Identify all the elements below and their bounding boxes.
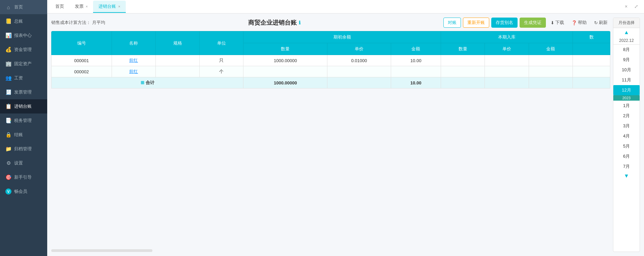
home-icon: ⌂: [5, 4, 11, 10]
month-item-11[interactable]: 11月: [613, 75, 640, 85]
th-in-extra: [573, 43, 610, 55]
sidebar-item-member[interactable]: V 畅会员: [0, 184, 47, 199]
sidebar-item-label: 发票管理: [14, 89, 32, 95]
table-header-row1: 编号 名称 规格 单位 期初余额 本期入库 数: [52, 31, 610, 43]
name-link[interactable]: 前红: [129, 69, 138, 74]
reports-icon: 📊: [5, 32, 11, 39]
tab-purchase-sale-close[interactable]: ×: [118, 4, 120, 8]
tab-invoice-close[interactable]: ×: [86, 4, 88, 8]
month-item-4[interactable]: 4月: [613, 131, 640, 141]
ledger-icon: 📒: [5, 18, 11, 24]
cost-method: 销售成本计算方法： 月平均: [51, 20, 105, 26]
download-icon: ⬇: [551, 20, 554, 25]
table-wrap: 编号 名称 规格 单位 期初余额 本期入库 数 数量 单价 金额 数: [51, 31, 610, 248]
month-item-12[interactable]: 12月: [613, 85, 640, 95]
total-in-qty: [441, 77, 485, 88]
save-alias-button[interactable]: 存货别名: [491, 18, 518, 28]
download-label: 下载: [555, 20, 564, 26]
tab-invoice[interactable]: 发票 ×: [69, 1, 93, 13]
table-row: 000002 前红 个: [52, 66, 610, 77]
sidebar-item-close[interactable]: 🔒 结账: [0, 128, 47, 142]
refresh-button[interactable]: ↻ 刷新: [591, 18, 610, 27]
sidebar-item-tax[interactable]: 📑 税务管理: [0, 113, 47, 128]
cell-init-qty: 1000.00000: [243, 55, 327, 66]
sidebar-item-label: 设置: [14, 160, 23, 166]
table-total-row: ⊞合计 1000.00000 10.00: [52, 77, 610, 88]
sidebar-item-archive[interactable]: 📁 归档管理: [0, 142, 47, 156]
table-row: 000001 前红 只 1000.00000 0.01000 10.00: [52, 55, 610, 66]
funds-icon: 💰: [5, 47, 11, 53]
cell-init-price: 0.01000: [327, 55, 391, 66]
close-ledger-icon: 🔒: [5, 132, 11, 138]
sidebar-item-fixed[interactable]: 🏢 固定资产: [0, 57, 47, 71]
sidebar-item-label: 总账: [14, 18, 23, 24]
refresh-label: 刷新: [599, 20, 608, 26]
month-item-6[interactable]: 6月: [613, 151, 640, 161]
th-in-amount: 金额: [529, 43, 573, 55]
cell-spec: [155, 66, 199, 77]
total-in-amount: [529, 77, 573, 88]
sidebar-item-purchase-sale[interactable]: 📋 进销台账: [0, 99, 47, 113]
month-item-8[interactable]: 8月: [613, 45, 640, 55]
sidebar-item-invoice-mgr[interactable]: 🧾 发票管理: [0, 85, 47, 99]
sidebar-item-funds[interactable]: 💰 资金管理: [0, 43, 47, 57]
generate-voucher-button[interactable]: 生成凭证: [520, 18, 546, 28]
cell-in-price: [485, 66, 529, 77]
window-maximize-button[interactable]: ⤢: [633, 3, 640, 10]
tab-bar: 首页 发票 × 进销台账 ×: [47, 0, 644, 14]
name-link[interactable]: 前红: [129, 58, 138, 63]
month-nav-down[interactable]: ▼: [613, 172, 640, 180]
month-item-5[interactable]: 5月: [613, 141, 640, 151]
total-init-price: [327, 77, 391, 88]
sidebar-item-label: 归档管理: [14, 146, 32, 152]
total-in-price: [485, 77, 529, 88]
tab-purchase-sale-label: 进销台账: [98, 3, 116, 9]
purchase-sale-table: 编号 名称 规格 单位 期初余额 本期入库 数 数量 单价 金额 数: [51, 31, 610, 88]
cell-in-amount: [529, 55, 573, 66]
reopen-button[interactable]: 重新开账: [463, 18, 489, 28]
tab-purchase-sale[interactable]: 进销台账 ×: [93, 1, 125, 13]
help-button[interactable]: ❓ 帮助: [569, 18, 589, 27]
tab-home[interactable]: 首页: [50, 1, 69, 13]
window-close-button[interactable]: ×: [622, 3, 630, 10]
th-spec: 规格: [155, 31, 199, 55]
cell-unit: 只: [200, 55, 243, 66]
archive-icon: 📁: [5, 146, 11, 152]
cell-extra: [573, 55, 610, 66]
sidebar-item-ledger[interactable]: 📒 总账: [0, 14, 47, 28]
sidebar-item-label: 结账: [14, 132, 23, 138]
scroll-bar[interactable]: [51, 249, 152, 252]
download-button[interactable]: ⬇ 下载: [548, 18, 567, 27]
sidebar-item-settings[interactable]: ⚙ 设置: [0, 156, 47, 170]
invoice-mgr-icon: 🧾: [5, 89, 11, 95]
month-panel: 月份选择 ▲ 2022.12 8月 9月 10月 11月 12月 2023 1月…: [613, 18, 640, 252]
month-item-7[interactable]: 7月: [613, 161, 640, 172]
sidebar-item-home[interactable]: ⌂ 首页: [0, 0, 47, 14]
total-icon: ⊞: [141, 80, 144, 85]
sidebar-item-label: 首页: [14, 4, 23, 10]
settings-icon: ⚙: [5, 160, 11, 166]
th-code: 编号: [52, 31, 112, 55]
sidebar-item-salary[interactable]: 👥 工资: [0, 71, 47, 85]
sidebar-item-label: 报表中心: [14, 32, 32, 39]
month-item-1[interactable]: 1月: [613, 101, 640, 111]
sidebar-item-guide[interactable]: 🎯 新手引导: [0, 170, 47, 184]
cell-in-qty: [441, 66, 485, 77]
cost-method-label: 销售成本计算方法：: [51, 20, 91, 25]
month-item-9[interactable]: 9月: [613, 55, 640, 65]
sidebar-item-label: 固定资产: [14, 61, 32, 67]
cell-in-amount: [529, 66, 573, 77]
month-item-2[interactable]: 2月: [613, 111, 640, 121]
month-item-10[interactable]: 10月: [613, 65, 640, 75]
month-nav-up[interactable]: ▲: [613, 28, 640, 37]
reconcile-button[interactable]: 对账: [443, 18, 461, 28]
th-init-price: 单价: [327, 43, 391, 55]
header-row: 销售成本计算方法： 月平均 商贸企业进销台账 ℹ 对账 重新开账 存货别名 生成…: [51, 18, 610, 28]
page-title-text: 商贸企业进销台账: [248, 19, 297, 27]
sidebar-item-reports[interactable]: 📊 报表中心: [0, 28, 47, 43]
month-item-3[interactable]: 3月: [613, 121, 640, 131]
th-name: 名称: [112, 31, 155, 55]
cell-spec: [155, 55, 199, 66]
info-icon[interactable]: ℹ: [299, 20, 300, 25]
cell-name: 前红: [112, 55, 155, 66]
